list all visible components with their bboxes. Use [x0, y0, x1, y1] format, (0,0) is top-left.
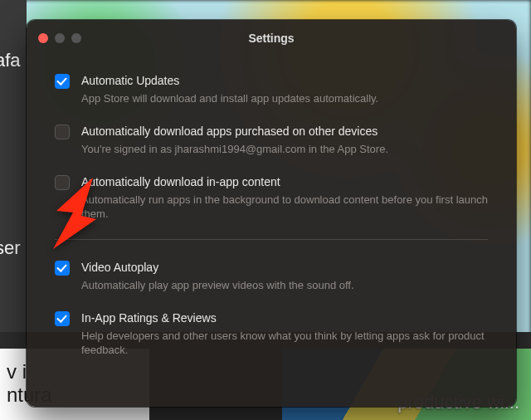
- setting-description: App Store will download and install app …: [81, 91, 488, 105]
- bg-text: afa: [0, 50, 27, 71]
- settings-window: Settings Automatic Updates App Store wil…: [27, 20, 516, 407]
- setting-label: In-App Ratings & Reviews: [81, 310, 488, 325]
- maximize-icon[interactable]: [71, 33, 81, 43]
- titlebar[interactable]: Settings: [27, 20, 516, 56]
- checkbox-auto-download-purchased[interactable]: [55, 125, 70, 139]
- traffic-lights: [38, 33, 81, 43]
- divider: [55, 239, 488, 240]
- setting-description: Help developers and other users know wha…: [81, 329, 488, 357]
- bg-text: ser: [0, 237, 27, 259]
- close-icon[interactable]: [38, 33, 48, 43]
- setting-description: Automatically play app preview videos wi…: [81, 278, 488, 292]
- checkbox-auto-updates[interactable]: [55, 74, 70, 89]
- setting-label: Automatically download in-app content: [81, 174, 488, 189]
- setting-row-video-autoplay: Video Autoplay Automatically play app pr…: [55, 260, 488, 292]
- minimize-icon[interactable]: [55, 33, 65, 43]
- setting-description: You're signed in as jharashmi1994@gmail.…: [81, 142, 488, 156]
- background-sidebar-fragment: afa ser: [0, 0, 27, 332]
- setting-label: Video Autoplay: [81, 260, 488, 275]
- checkbox-ratings-reviews[interactable]: [55, 311, 70, 326]
- checkbox-auto-download-inapp[interactable]: [55, 175, 70, 190]
- setting-label: Automatic Updates: [81, 73, 488, 88]
- checkbox-video-autoplay[interactable]: [55, 261, 70, 276]
- window-title: Settings: [27, 32, 516, 45]
- setting-row-auto-download-inapp: Automatically download in-app content Au…: [55, 174, 488, 221]
- setting-row-auto-updates: Automatic Updates App Store will downloa…: [55, 73, 488, 105]
- settings-content: Automatic Updates App Store will downloa…: [27, 56, 516, 357]
- setting-description: Automatically run apps in the background…: [81, 193, 488, 221]
- setting-label: Automatically download apps purchased on…: [81, 124, 488, 139]
- setting-row-auto-download-purchased: Automatically download apps purchased on…: [55, 124, 488, 156]
- setting-row-ratings-reviews: In-App Ratings & Reviews Help developers…: [55, 310, 488, 357]
